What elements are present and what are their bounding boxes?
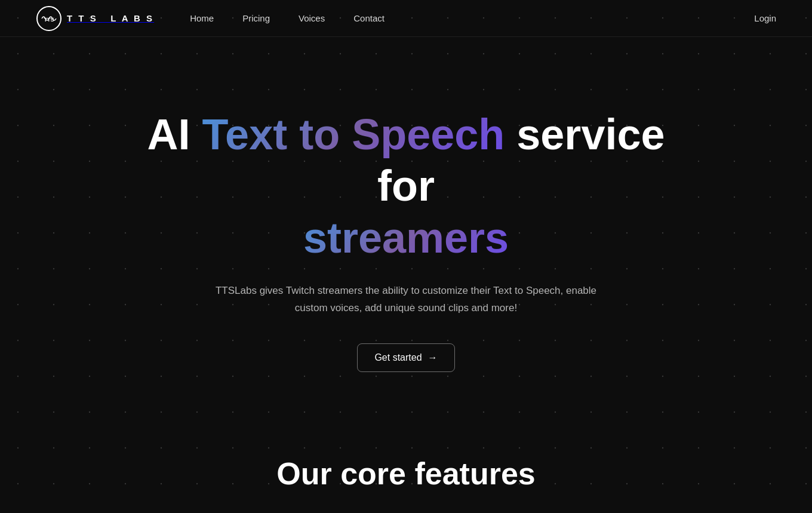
hero-subtitle: TTSLabs gives Twitch streamers the abili… xyxy=(215,282,597,317)
hero-section: AI Text to Speech service forstreamers T… xyxy=(0,37,812,420)
nav-right: Login xyxy=(754,13,776,23)
nav-link-voices[interactable]: Voices xyxy=(299,13,325,23)
hero-title-gradient: Text to Speech xyxy=(202,110,505,158)
nav-links: Home Pricing Voices Contact xyxy=(190,13,385,24)
get-started-arrow: → xyxy=(428,352,438,363)
nav-item-pricing[interactable]: Pricing xyxy=(242,13,270,24)
navbar: TTS T T S L A B S Home Pricing Voices Co… xyxy=(0,0,812,37)
nav-item-voices[interactable]: Voices xyxy=(299,13,325,24)
nav-item-home[interactable]: Home xyxy=(190,13,214,24)
logo-text: T T S L A B S xyxy=(67,13,154,23)
logo-icon: TTS xyxy=(36,5,62,32)
nav-link-contact[interactable]: Contact xyxy=(353,13,385,23)
get-started-button[interactable]: Get started → xyxy=(357,343,454,372)
nav-left: TTS T T S L A B S Home Pricing Voices Co… xyxy=(36,5,385,32)
nav-link-home[interactable]: Home xyxy=(190,13,214,23)
get-started-label: Get started xyxy=(374,352,422,363)
features-section: Our core features xyxy=(0,420,812,513)
hero-title-plain: AI xyxy=(147,110,190,158)
nav-item-contact[interactable]: Contact xyxy=(353,13,385,24)
login-button[interactable]: Login xyxy=(754,13,776,23)
features-title: Our core features xyxy=(24,456,788,492)
nav-link-pricing[interactable]: Pricing xyxy=(242,13,270,23)
hero-title: AI Text to Speech service forstreamers xyxy=(137,109,675,263)
logo[interactable]: TTS T T S L A B S xyxy=(36,5,154,32)
